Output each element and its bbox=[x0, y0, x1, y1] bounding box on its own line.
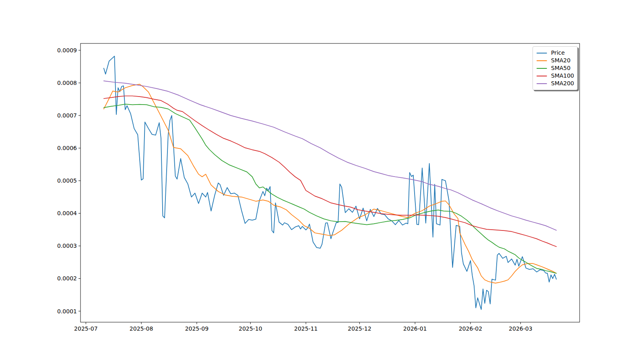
legend-item-price: Price bbox=[537, 49, 574, 57]
legend: PriceSMA20SMA50SMA100SMA200 bbox=[533, 46, 578, 90]
y-tick-label: 0.0006 bbox=[57, 145, 77, 151]
legend-label: SMA50 bbox=[551, 64, 570, 72]
x-tick-label: 2025-07 bbox=[74, 325, 98, 332]
y-tick-label: 0.0003 bbox=[57, 243, 77, 249]
x-tick-label: 2025-11 bbox=[294, 325, 318, 332]
legend-label: SMA200 bbox=[551, 80, 574, 87]
x-tick-label: 2025-10 bbox=[239, 325, 262, 332]
x-tick-label: 2026-01 bbox=[403, 325, 427, 332]
y-tick-label: 0.0008 bbox=[57, 80, 77, 86]
x-tick-label: 2026-03 bbox=[509, 325, 533, 332]
y-tick-label: 0.0004 bbox=[57, 210, 77, 216]
legend-item-sma200: SMA200 bbox=[537, 80, 574, 87]
plot-area bbox=[80, 43, 580, 322]
y-tick-label: 0.0001 bbox=[57, 308, 77, 315]
figure: 2025-072025-082025-092025-102025-112025-… bbox=[0, 0, 644, 362]
legend-label: Price bbox=[551, 49, 565, 57]
y-tick-label: 0.0005 bbox=[57, 177, 77, 184]
legend-label: SMA100 bbox=[551, 72, 574, 80]
legend-item-sma20: SMA20 bbox=[537, 57, 574, 64]
legend-label: SMA20 bbox=[551, 57, 570, 64]
legend-line-swatch bbox=[537, 60, 547, 61]
y-tick-label: 0.0009 bbox=[57, 47, 77, 53]
legend-line-swatch bbox=[537, 68, 547, 69]
legend-line-swatch bbox=[537, 53, 547, 53]
legend-line-swatch bbox=[537, 83, 547, 84]
legend-line-swatch bbox=[537, 76, 547, 76]
x-tick-label: 2025-12 bbox=[348, 325, 372, 332]
legend-item-sma50: SMA50 bbox=[537, 64, 574, 72]
legend-item-sma100: SMA100 bbox=[537, 72, 574, 80]
x-tick-label: 2026-02 bbox=[459, 325, 483, 332]
y-tick-label: 0.0002 bbox=[57, 275, 77, 282]
y-tick-label: 0.0007 bbox=[57, 112, 77, 119]
x-tick-label: 2025-09 bbox=[185, 325, 209, 332]
x-tick-label: 2025-08 bbox=[130, 325, 153, 332]
